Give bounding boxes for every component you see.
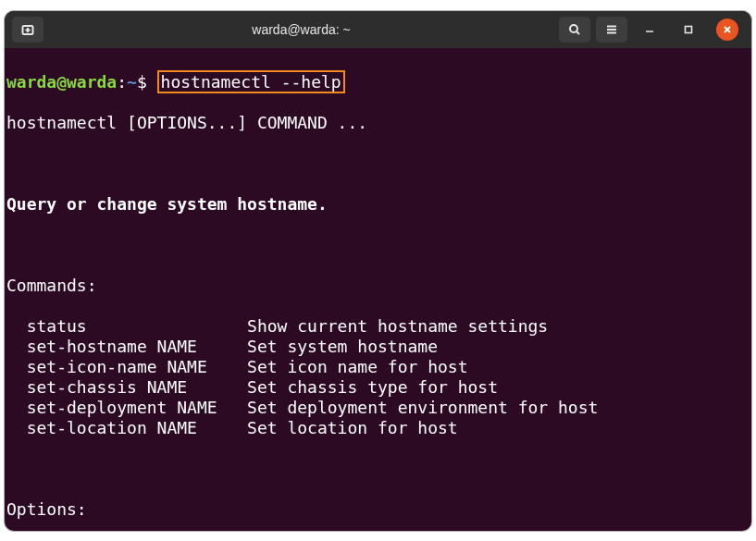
minimize-button[interactable] — [638, 18, 661, 41]
prompt-path: ~ — [127, 72, 137, 92]
prompt-line: warda@warda:~$ hostnamectl --help — [6, 72, 750, 92]
prompt-colon: : — [117, 72, 127, 92]
hamburger-icon — [605, 23, 618, 36]
svg-point-1 — [570, 25, 577, 32]
minimize-icon — [644, 24, 655, 35]
command-highlight: hostnamectl --help — [157, 70, 345, 93]
new-tab-icon — [21, 23, 34, 36]
command-row: set-deployment NAME Set deployment envir… — [6, 398, 750, 418]
heading-line: Query or change system hostname. — [6, 194, 750, 215]
maximize-button[interactable] — [677, 18, 700, 41]
command-row: set-chassis NAME Set chassis type for ho… — [6, 377, 750, 398]
maximize-icon — [683, 24, 694, 35]
svg-rect-2 — [686, 27, 692, 33]
commands-label: Commands: — [6, 276, 750, 296]
search-icon — [568, 23, 581, 36]
command-row: set-hostname NAME Set system hostname — [6, 337, 750, 357]
search-button[interactable] — [559, 17, 590, 43]
terminal-window: warda@warda: ~ wa — [5, 11, 751, 531]
command-row: set-location NAME Set location for host — [6, 418, 750, 438]
prompt-dollar: $ — [137, 72, 157, 92]
new-tab-button[interactable] — [12, 17, 43, 43]
close-icon — [722, 24, 733, 35]
prompt-userhost: warda@warda — [6, 72, 117, 92]
window-title: warda@warda: ~ — [49, 22, 553, 37]
usage-line: hostnamectl [OPTIONS...] COMMAND ... — [6, 113, 750, 133]
titlebar: warda@warda: ~ — [5, 11, 751, 48]
command-row: set-icon-name NAME Set icon name for hos… — [6, 357, 750, 377]
close-button[interactable] — [716, 18, 738, 41]
menu-button[interactable] — [596, 17, 627, 43]
command-row: status Show current hostname settings — [6, 316, 750, 337]
terminal-body[interactable]: warda@warda:~$ hostnamectl --help hostna… — [5, 48, 751, 531]
options-label: Options: — [6, 499, 750, 520]
